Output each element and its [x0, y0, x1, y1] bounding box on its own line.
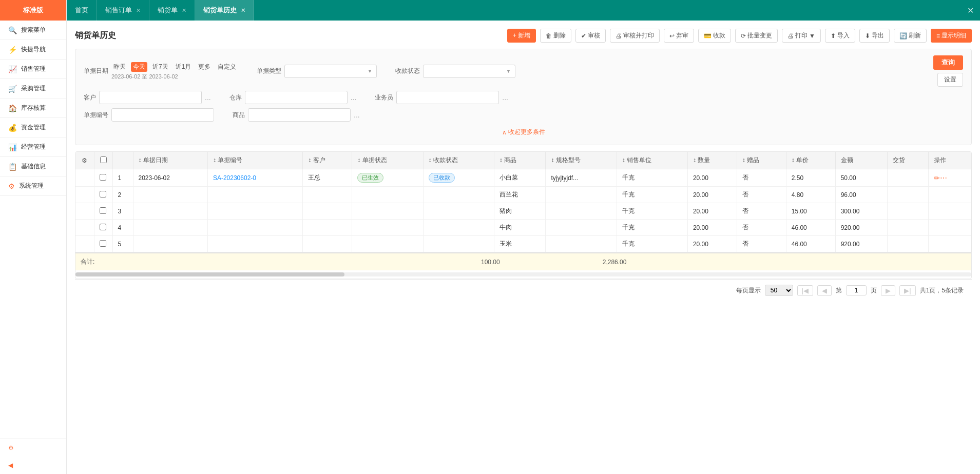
table-row: 2西兰花千克20.00否4.8096.00 [75, 187, 971, 203]
refresh-button[interactable]: 🔄 刷新 [894, 29, 927, 43]
print-button[interactable]: 🖨 打印 ▼ [782, 29, 821, 43]
list-icon: 📋 [8, 163, 17, 171]
export-button[interactable]: ⬇ 导出 [859, 29, 890, 43]
sidebar-item-purchase[interactable]: 🛒 采购管理 [0, 79, 66, 98]
warehouse-dots[interactable]: ... [351, 93, 357, 102]
customer-input[interactable] [99, 91, 202, 104]
col-paystatus[interactable]: ↕ 收款状态 [423, 152, 494, 169]
show-detail-button[interactable]: ≡ 显示明细 [931, 29, 972, 43]
sidebar-item-sales[interactable]: 📈 销售管理 [0, 60, 66, 79]
sidebar-collapse-btn[interactable]: ◀ [0, 457, 66, 474]
sidebar-item-label: 销售管理 [21, 65, 46, 73]
row-checkbox[interactable] [100, 174, 106, 181]
sidebar-item-label: 资金管理 [21, 123, 46, 132]
sidebar-item-quicknav[interactable]: ⚡ 快捷导航 [0, 40, 66, 60]
col-docstatus[interactable]: ↕ 单据状态 [352, 152, 423, 169]
col-amount[interactable]: 金额 [835, 152, 888, 169]
batch-change-button[interactable]: ⟳ 批量变更 [735, 29, 778, 43]
row-checkbox[interactable] [100, 224, 106, 230]
cell-unit: 千克 [617, 203, 687, 220]
col-docno[interactable]: ↕ 单据编号 [207, 152, 302, 169]
sidebar-item-operations[interactable]: 📊 经营管理 [0, 137, 66, 157]
select-all-checkbox[interactable] [100, 156, 107, 163]
col-settings[interactable]: ⚙ [75, 152, 94, 169]
nav-tab-sales-order[interactable]: 销售订单 ✕ [97, 0, 149, 21]
table-row: 3猪肉千克20.00否15.00300.00 [75, 203, 971, 220]
per-page-select[interactable]: 50 100 200 [765, 285, 793, 296]
cell-checkbox[interactable] [94, 187, 112, 203]
date-tab-more[interactable]: 更多 [196, 62, 213, 72]
salesperson-filter: 业务员 ... [375, 91, 508, 104]
cell-checkbox[interactable] [94, 220, 112, 236]
payment-select[interactable]: ▼ [423, 65, 515, 78]
sidebar-item-search[interactable]: 🔍 搜索菜单 [0, 21, 66, 40]
collect-button[interactable]: 💳 收款 [698, 29, 731, 43]
nav-bar-right: ✕ [961, 6, 980, 15]
date-tab-yesterday[interactable]: 昨天 [111, 62, 128, 72]
audit-print-button[interactable]: 🖨 审核并打印 [610, 29, 660, 43]
row-checkbox[interactable] [100, 207, 106, 214]
col-date[interactable]: ↕ 单据日期 [133, 152, 207, 169]
col-checkbox[interactable] [94, 152, 112, 169]
row-checkbox[interactable] [100, 191, 106, 198]
nav-tab-home[interactable]: 首页 [67, 0, 97, 21]
col-unit[interactable]: ↕ 销售单位 [617, 152, 687, 169]
filter-settings-button[interactable]: 设置 [937, 73, 963, 87]
page-input[interactable] [846, 285, 867, 295]
salesperson-input[interactable] [396, 91, 499, 104]
customer-dots[interactable]: ... [205, 93, 211, 102]
cell-unit: 千克 [617, 236, 687, 252]
collapse-button[interactable]: ∧ 收起更多条件 [502, 128, 545, 136]
col-customer[interactable]: ↕ 客户 [303, 152, 352, 169]
filter-area: 单据日期 昨天 今天 近7天 近1月 更多 自定义 2023-06-02 至 2… [75, 49, 972, 145]
sidebar-item-basic[interactable]: 📋 基础信息 [0, 157, 66, 176]
nav-tab-sales-goods[interactable]: 销货单 ✕ [149, 0, 195, 21]
goods-input[interactable] [248, 108, 351, 122]
sidebar-settings-btn[interactable]: ⚙ [0, 439, 66, 457]
sidebar-item-inventory[interactable]: 🏠 库存核算 [0, 98, 66, 118]
docno-input[interactable] [111, 108, 214, 122]
row-checkbox[interactable] [100, 240, 106, 247]
new-button[interactable]: + 新增 [507, 29, 536, 43]
delete-button[interactable]: 🗑 删除 [540, 29, 571, 43]
table-row: 5玉米千克20.00否46.00920.00 [75, 236, 971, 252]
next-page-btn[interactable]: ▶ [881, 285, 895, 296]
date-tab-1month[interactable]: 近1月 [174, 62, 194, 72]
col-qty[interactable]: ↕ 数量 [687, 152, 737, 169]
abandon-button[interactable]: ↩ 弃审 [664, 29, 694, 43]
first-page-btn[interactable]: |◀ [797, 285, 813, 296]
col-spec[interactable]: ↕ 规格型号 [546, 152, 617, 169]
cell-checkbox[interactable] [94, 236, 112, 252]
type-select[interactable]: ▼ [284, 65, 377, 78]
close-sales-order-icon[interactable]: ✕ [136, 7, 141, 14]
doc-no-link[interactable]: SA-20230602-0 [213, 174, 256, 182]
horizontal-scrollbar[interactable] [75, 272, 971, 276]
edit-icon[interactable]: ✏ [934, 174, 940, 182]
query-button[interactable]: 查询 [933, 55, 963, 70]
sidebar-item-finance[interactable]: 💰 资金管理 [0, 118, 66, 137]
col-goods[interactable]: ↕ 商品 [494, 152, 546, 169]
date-tab-custom[interactable]: 自定义 [216, 62, 238, 72]
cell-docno: SA-20230602-0 [207, 169, 302, 187]
last-page-btn[interactable]: ▶| [899, 285, 915, 296]
sidebar-item-system[interactable]: ⚙ 系统管理 [0, 176, 66, 196]
close-sales-goods-icon[interactable]: ✕ [182, 7, 186, 14]
cell-checkbox[interactable] [94, 169, 112, 187]
prev-page-btn[interactable]: ◀ [817, 285, 832, 296]
col-unitprice[interactable]: ↕ 单价 [786, 152, 835, 169]
close-all-btn[interactable]: ✕ [967, 6, 974, 15]
col-gift[interactable]: ↕ 赠品 [737, 152, 786, 169]
import-button[interactable]: ⬆ 导入 [825, 29, 855, 43]
cell-settings [75, 203, 94, 220]
date-tab-7days[interactable]: 近7天 [150, 62, 170, 72]
warehouse-input[interactable] [245, 91, 348, 104]
salesperson-dots[interactable]: ... [502, 93, 508, 102]
more-action-icon[interactable]: ⋯ [940, 174, 947, 182]
cell-checkbox[interactable] [94, 203, 112, 220]
close-history-icon[interactable]: ✕ [241, 7, 245, 14]
nav-tab-sales-history[interactable]: 销货单历史 ✕ [195, 0, 254, 21]
docno-label: 单据编号 [84, 111, 108, 120]
goods-dots[interactable]: ... [354, 111, 360, 119]
audit-button[interactable]: ✔ 审核 [575, 29, 606, 43]
date-tab-today[interactable]: 今天 [131, 62, 147, 72]
